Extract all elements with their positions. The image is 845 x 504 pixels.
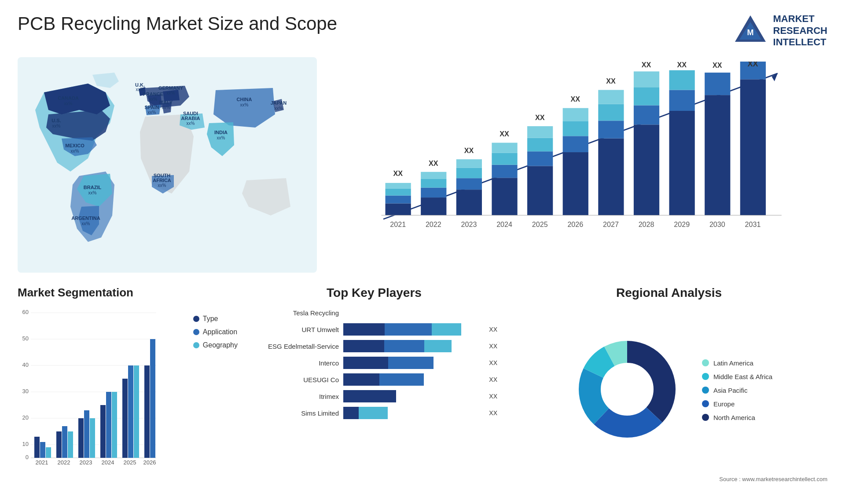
segmentation-title: Market Segmentation: [18, 286, 238, 299]
svg-rect-129: [144, 365, 150, 458]
svg-text:2026: 2026: [143, 459, 156, 464]
svg-rect-44: [421, 197, 446, 215]
svg-rect-83: [634, 71, 659, 87]
svg-rect-53: [456, 159, 482, 168]
svg-text:2023: 2023: [80, 459, 92, 464]
svg-rect-81: [634, 105, 659, 124]
player-bar-wrap-esg: [343, 340, 482, 352]
svg-text:JAPAN: JAPAN: [271, 100, 287, 106]
svg-rect-92: [705, 73, 730, 95]
player-name-uesugi: UESUGI Co: [251, 376, 339, 383]
svg-text:ITALY: ITALY: [159, 100, 173, 105]
reg-legend-northamerica: North America: [702, 414, 772, 421]
svg-rect-40: [386, 188, 411, 195]
svg-rect-38: [386, 204, 411, 215]
svg-text:2022: 2022: [426, 220, 441, 228]
player-name-itrimex: Itrimex: [251, 393, 339, 400]
svg-text:2025: 2025: [532, 220, 548, 228]
svg-rect-74: [598, 139, 624, 215]
svg-text:AFRICA: AFRICA: [153, 178, 171, 183]
svg-text:2031: 2031: [745, 220, 761, 228]
top-section: CANADA xx% U.S. xx% MEXICO xx% BRAZIL xx…: [18, 57, 827, 273]
svg-text:2024: 2024: [496, 220, 512, 228]
svg-text:xx%: xx%: [275, 106, 283, 111]
player-row-tesla: Tesla Recycling: [251, 307, 497, 319]
svg-text:xx%: xx%: [88, 190, 97, 195]
svg-text:2027: 2027: [603, 220, 619, 228]
source-text: Source : www.marketresearchintellect.com: [511, 476, 827, 482]
player-row-interco: Interco XX: [251, 357, 497, 369]
svg-rect-122: [90, 418, 95, 458]
svg-rect-41: [386, 183, 411, 189]
svg-text:CHINA: CHINA: [237, 97, 252, 102]
player-bar-esg: [343, 340, 452, 352]
svg-text:40: 40: [22, 362, 29, 368]
svg-rect-77: [598, 90, 624, 104]
svg-rect-75: [598, 121, 624, 138]
svg-rect-128: [134, 365, 139, 458]
svg-text:2021: 2021: [36, 459, 48, 464]
svg-rect-88: [669, 70, 695, 90]
player-xx-sims: XX: [489, 409, 497, 416]
legend-dot-type: [193, 316, 199, 322]
svg-text:xx%: xx%: [64, 101, 73, 106]
svg-rect-45: [421, 188, 446, 197]
svg-text:INDIA: INDIA: [214, 130, 228, 135]
player-bar-urt: [343, 323, 461, 336]
reg-dot-mea: [702, 373, 709, 380]
legend-label-type: Type: [203, 315, 218, 323]
svg-text:GERMANY: GERMANY: [158, 85, 184, 91]
svg-text:ARGENTINA: ARGENTINA: [71, 215, 100, 221]
player-name-sims: Sims Limited: [251, 409, 339, 417]
player-name-tesla: Tesla Recycling: [251, 309, 339, 317]
player-bar-uesugi: [343, 373, 424, 386]
logo-text: MARKET RESEARCH INTELLECT: [773, 13, 827, 48]
player-bar-itrimex: [343, 390, 396, 402]
svg-rect-126: [122, 379, 128, 458]
legend-dot-geography: [193, 342, 199, 348]
svg-rect-70: [563, 121, 588, 136]
svg-rect-119: [68, 431, 73, 458]
legend-dot-application: [193, 329, 199, 335]
map-container: CANADA xx% U.S. xx% MEXICO xx% BRAZIL xx…: [18, 57, 317, 273]
svg-rect-65: [527, 126, 553, 138]
svg-rect-80: [634, 124, 659, 215]
key-players-section: Top Key Players Tesla Recycling URT Umwe…: [246, 286, 502, 488]
svg-text:xx%: xx%: [158, 183, 166, 188]
regional-section: Regional Analysis: [511, 286, 827, 488]
reg-label-asia: Asia Pacific: [713, 387, 748, 394]
player-row-uesugi: UESUGI Co XX: [251, 373, 497, 386]
seg-chart-area: 60 50 40 30 20 10 0: [18, 306, 238, 473]
player-xx-uesugi: XX: [489, 376, 497, 383]
player-bar-wrap-sims: [343, 407, 482, 419]
player-xx-urt: XX: [489, 326, 497, 333]
svg-rect-127: [128, 365, 133, 458]
svg-rect-39: [386, 196, 411, 204]
reg-legend-latin: Latin America: [702, 359, 772, 367]
svg-text:M: M: [747, 28, 753, 37]
player-bar-interco: [343, 357, 434, 369]
svg-rect-91: [705, 95, 730, 215]
svg-text:2021: 2021: [390, 220, 406, 228]
regional-content: Latin America Middle East & Africa Asia …: [511, 307, 827, 474]
reg-label-europe: Europe: [713, 400, 735, 408]
svg-rect-130: [150, 339, 155, 458]
svg-text:2028: 2028: [639, 220, 654, 228]
svg-text:xx%: xx%: [217, 135, 225, 140]
svg-text:XX: XX: [571, 95, 580, 103]
segmentation-section: Market Segmentation 60 50 40 30 20 10 0: [18, 286, 238, 488]
svg-text:XX: XX: [747, 62, 758, 68]
legend-item-geography: Geography: [193, 341, 238, 349]
key-players-title: Top Key Players: [246, 286, 502, 300]
reg-label-northamerica: North America: [713, 414, 755, 421]
svg-text:10: 10: [22, 441, 29, 447]
players-list: Tesla Recycling URT Umwelt: [246, 307, 502, 419]
svg-text:xx%: xx%: [148, 110, 156, 115]
svg-rect-69: [563, 136, 588, 152]
reg-dot-europe: [702, 400, 709, 407]
reg-legend-asia: Asia Pacific: [702, 387, 772, 394]
bar-chart-svg: XX 2021 XX 2022 XX 2023: [334, 62, 819, 251]
player-bar-wrap-uesugi: [343, 373, 482, 386]
reg-legend-europe: Europe: [702, 400, 772, 408]
svg-rect-114: [34, 437, 40, 458]
